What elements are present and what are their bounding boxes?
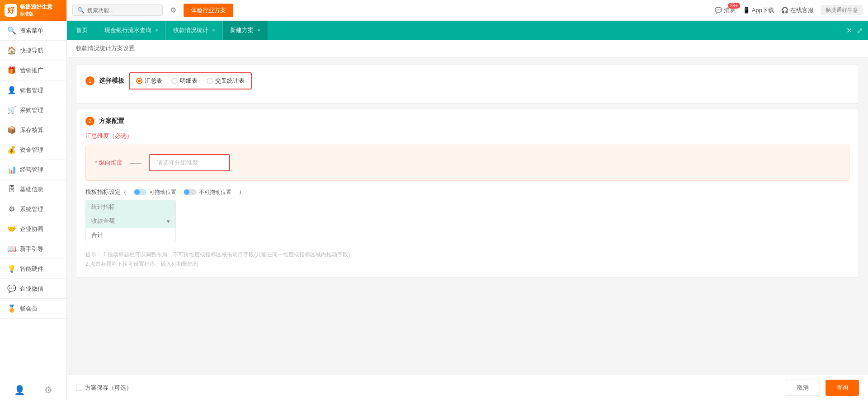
settings-icon[interactable]: ⚙: [170, 6, 176, 14]
radio-detail-circle: [171, 78, 178, 84]
sidebar-item-label: 资金管理: [20, 146, 43, 154]
sidebar-item-guide[interactable]: 📖 新手引导: [0, 239, 66, 259]
indicator-section: 模板指标设定（ 可拖动位置 不可拖动位置 ） 统计指标: [85, 188, 849, 244]
money-icon: 💰: [7, 146, 16, 154]
sidebar: 好 畅捷通好生意 标准版 🔍 搜索菜单 🏠 快捷导航 🎁 营销推广 👤 销售管理…: [0, 0, 67, 400]
expand-icon[interactable]: ⤢: [857, 26, 863, 35]
tab-home-label: 首页: [76, 26, 88, 34]
sidebar-item-inventory[interactable]: 📦 库存核算: [0, 120, 66, 140]
radio-cross[interactable]: 交叉统计表: [207, 77, 245, 85]
sidebar-item-label: 销售管理: [20, 86, 43, 94]
user-icon: 👤: [7, 86, 16, 94]
box-icon: 📦: [7, 126, 16, 134]
search-icon: 🔍: [7, 26, 16, 35]
sidebar-item-label: 基础信息: [20, 185, 43, 193]
search-input[interactable]: [87, 7, 155, 14]
sidebar-item-label: 畅会员: [20, 305, 38, 313]
step2-label: 2 方案配置: [85, 117, 849, 126]
database-icon: 🗄: [7, 185, 16, 193]
close-icon[interactable]: ✕: [846, 26, 852, 35]
logo-text: 畅捷通好生意: [20, 4, 52, 11]
message-badge[interactable]: 💬 消息 99+: [715, 6, 736, 14]
indicator-grid-header: 统计指标: [86, 200, 175, 214]
sidebar-bottom-icon2[interactable]: ⚙: [44, 385, 52, 395]
tab-new-plan[interactable]: 新建方案 ×: [223, 21, 268, 40]
toggle-draggable[interactable]: 可拖动位置: [134, 188, 176, 196]
sidebar-item-label: 经营管理: [20, 166, 43, 174]
indicator-col-label: 收款金额: [91, 217, 115, 225]
chat-icon: 💬: [7, 284, 16, 293]
sidebar-item-purchase[interactable]: 🛒 采购管理: [0, 100, 66, 120]
indicator-grid: 统计指标 收款金额 ▾ 合计: [85, 200, 176, 242]
dimension-label-text: 汇总维度（必选）: [85, 132, 132, 139]
tab-collection[interactable]: 收款情况统计 ×: [166, 21, 223, 40]
dimension-select[interactable]: 请选择分组维度: [149, 154, 230, 171]
topbar-right: 💬 消息 99+ 📱 App下载 🎧 在线客服 畅捷通好生意: [715, 5, 863, 15]
query-button[interactable]: 查询: [826, 380, 859, 396]
sidebar-item-hardware[interactable]: 💡 智能硬件: [0, 259, 66, 279]
save-checkbox[interactable]: [76, 385, 82, 391]
sidebar-logo: 好 畅捷通好生意 标准版: [0, 0, 66, 21]
sidebar-item-nav[interactable]: 🏠 快捷导航: [0, 41, 66, 61]
tab-cashflow-close[interactable]: ×: [155, 27, 158, 33]
search-box[interactable]: 🔍: [72, 5, 163, 16]
sidebar-item-label: 采购管理: [20, 106, 43, 114]
page-breadcrumb: 收款情况统计方案设置: [67, 40, 868, 57]
sidebar-item-system[interactable]: ⚙ 系统管理: [0, 199, 66, 219]
footer-buttons: 取消 查询: [777, 380, 868, 396]
dimension-row: * 纵向维度 —— 请选择分组维度: [95, 154, 840, 171]
radio-cross-circle: [207, 78, 213, 84]
sidebar-item-label: 新手引导: [20, 245, 43, 253]
sidebar-item-member[interactable]: 🏅 畅会员: [0, 299, 66, 319]
indicator-title: 模板指标设定（: [85, 188, 127, 196]
sidebar-item-sales[interactable]: 👤 销售管理: [0, 80, 66, 100]
service-badge[interactable]: 🎧 在线客服: [781, 6, 814, 14]
dimension-label: 汇总维度（必选）: [85, 132, 849, 140]
dimension-area: * 纵向维度 —— 请选择分组维度: [85, 145, 849, 181]
save-option: 方案保存（可选）: [67, 384, 777, 392]
sidebar-item-wechat[interactable]: 💬 企业微信: [0, 279, 66, 299]
indicator-grid-row: 合计: [86, 228, 175, 242]
sidebar-bottom: 👤 ⚙: [0, 380, 66, 400]
sidebar-item-operations[interactable]: 📊 经营管理: [0, 160, 66, 180]
radio-detail[interactable]: 明细表: [171, 77, 198, 85]
sidebar-item-label: 系统管理: [20, 205, 43, 213]
sidebar-bottom-icon1[interactable]: 👤: [14, 385, 25, 395]
trial-button[interactable]: 体验行业方案: [184, 4, 233, 17]
chart-icon: 📊: [7, 165, 16, 174]
tabbar: 首页 现金银行流水查询 × 收款情况统计 × 新建方案 × ✕ ⤢: [67, 21, 868, 40]
template-section: 1 选择模板 汇总表 明细表 交叉统计表: [76, 65, 859, 104]
sidebar-item-coop[interactable]: 🤝 企业协同: [0, 219, 66, 239]
sidebar-item-basic[interactable]: 🗄 基础信息: [0, 180, 66, 199]
user-name: 畅捷通好生意: [826, 7, 858, 13]
download-icon: 📱: [743, 7, 750, 14]
logo-sub: 标准版: [20, 11, 52, 17]
sidebar-item-finance[interactable]: 💰 资金管理: [0, 140, 66, 160]
tab-new-plan-label: 新建方案: [230, 26, 254, 34]
page-footer: 方案保存（可选） 取消 查询: [67, 375, 868, 400]
sidebar-item-search[interactable]: 🔍 搜索菜单: [0, 21, 66, 41]
step2-title: 方案配置: [99, 117, 124, 125]
toggle-draggable-box[interactable]: [134, 189, 146, 195]
tabbar-actions: ✕ ⤢: [846, 26, 868, 35]
medal-icon: 🏅: [7, 304, 16, 313]
book-icon: 📖: [7, 245, 16, 253]
indicator-col-dropdown[interactable]: ▾: [167, 218, 170, 225]
tab-collection-close[interactable]: ×: [212, 27, 215, 33]
radio-summary-circle: [136, 78, 142, 84]
tab-cashflow[interactable]: 现金银行流水查询 ×: [97, 21, 166, 40]
dimension-placeholder: 请选择分组维度: [157, 159, 198, 166]
download-badge[interactable]: 📱 App下载: [743, 6, 774, 14]
step1-title: 选择模板: [99, 77, 124, 85]
tab-collection-label: 收款情况统计: [173, 26, 208, 34]
indicator-col-header[interactable]: 收款金额 ▾: [86, 214, 175, 228]
radio-summary[interactable]: 汇总表: [136, 77, 162, 85]
cancel-button[interactable]: 取消: [786, 380, 820, 396]
step2-num: 2: [85, 117, 94, 126]
sidebar-item-marketing[interactable]: 🎁 营销推广: [0, 61, 66, 80]
config-section: 2 方案配置 汇总维度（必选） * 纵向维度 —— 请选择分组维度: [76, 109, 859, 278]
tab-home[interactable]: 首页: [67, 21, 97, 40]
toggle-fixed: 不可拖动位置: [184, 188, 231, 196]
gift-icon: 🎁: [7, 66, 16, 75]
tab-new-plan-close[interactable]: ×: [257, 27, 260, 33]
